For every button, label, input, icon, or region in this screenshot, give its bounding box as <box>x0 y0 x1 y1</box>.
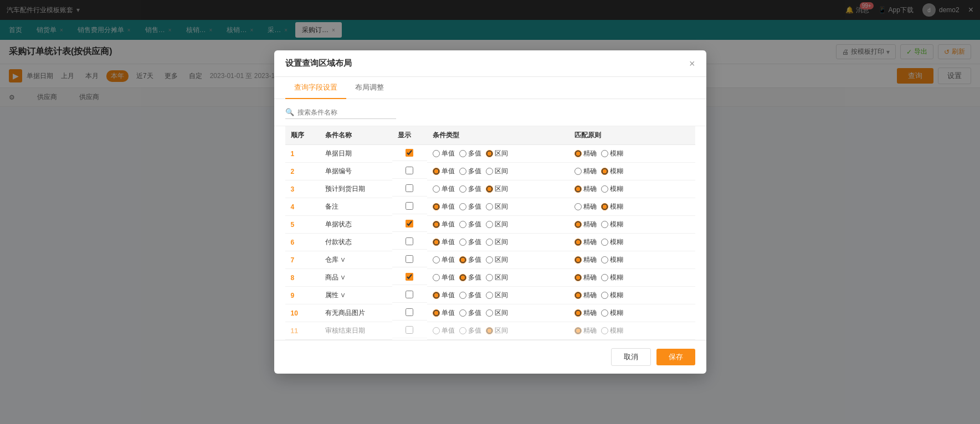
dialog-tab-layout-label: 布局调整 <box>355 83 384 91</box>
dialog-tabs: 查询字段设置 布局调整 <box>274 77 706 99</box>
dialog-tab-query-fields[interactable]: 查询字段设置 <box>285 77 346 99</box>
dialog-tab-layout[interactable]: 布局调整 <box>346 77 393 99</box>
search-input-wrap: 🔍 <box>285 106 396 107</box>
dialog-header: 设置查询区域布局 × <box>274 50 706 77</box>
dialog-close-btn[interactable]: × <box>689 59 695 69</box>
dialog-title: 设置查询区域布局 <box>285 58 352 69</box>
dialog-search-area: 🔍 <box>274 99 706 107</box>
settings-dialog: 设置查询区域布局 × 查询字段设置 布局调整 🔍 顺序 <box>274 50 706 107</box>
dialog-tab-query-fields-label: 查询字段设置 <box>294 83 337 91</box>
dialog-overlay: 设置查询区域布局 × 查询字段设置 布局调整 🔍 顺序 <box>0 0 980 107</box>
